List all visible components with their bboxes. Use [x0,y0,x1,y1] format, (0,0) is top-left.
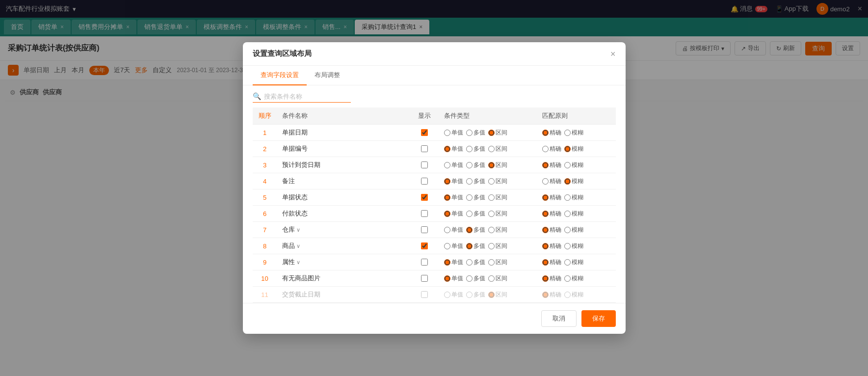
match-radio-label[interactable]: 精确 [542,242,561,250]
type-radio-区间[interactable] [488,259,495,266]
match-radio-精确[interactable] [542,292,549,298]
type-radio-单值[interactable] [444,275,450,282]
type-radio-多值[interactable] [466,146,473,152]
type-radio-单值[interactable] [444,162,450,168]
match-radio-精确[interactable] [542,211,549,217]
match-radio-label[interactable]: 精确 [542,226,561,234]
type-radio-label[interactable]: 多值 [466,177,485,186]
match-radio-label[interactable]: 精确 [542,274,561,283]
type-radio-label[interactable]: 多值 [466,161,485,169]
type-radio-label[interactable]: 多值 [466,145,485,153]
save-button[interactable]: 保存 [581,310,616,327]
match-radio-模糊[interactable] [564,292,571,298]
match-radio-模糊[interactable] [564,178,571,185]
match-radio-label[interactable]: 模糊 [564,226,583,234]
type-radio-区间[interactable] [488,292,495,298]
match-radio-模糊[interactable] [564,211,571,217]
type-radio-区间[interactable] [488,275,495,282]
type-radio-label[interactable]: 单值 [444,274,463,283]
cancel-button[interactable]: 取消 [541,310,577,327]
match-radio-模糊[interactable] [564,194,571,201]
type-radio-多值[interactable] [466,243,473,249]
match-radio-label[interactable]: 模糊 [564,177,583,186]
show-checkbox[interactable] [421,226,428,233]
type-radio-label[interactable]: 区间 [488,161,507,169]
expand-icon[interactable]: ∨ [296,227,300,233]
match-radio-精确[interactable] [542,275,549,282]
type-radio-单值[interactable] [444,259,450,266]
type-radio-区间[interactable] [488,243,495,249]
match-radio-精确[interactable] [542,130,549,136]
match-radio-精确[interactable] [542,194,549,201]
match-radio-模糊[interactable] [564,130,571,136]
show-checkbox[interactable] [421,194,428,201]
expand-icon[interactable]: ∨ [296,259,300,265]
type-radio-单值[interactable] [444,227,450,233]
match-radio-精确[interactable] [542,178,549,185]
type-radio-label[interactable]: 区间 [488,226,507,234]
type-radio-label[interactable]: 区间 [488,210,507,218]
type-radio-单值[interactable] [444,146,450,152]
type-radio-多值[interactable] [466,292,473,298]
type-radio-区间[interactable] [488,194,495,201]
show-checkbox[interactable] [421,129,428,136]
type-radio-多值[interactable] [466,130,473,136]
type-radio-多值[interactable] [466,227,473,233]
match-radio-精确[interactable] [542,146,549,152]
type-radio-label[interactable]: 多值 [466,242,485,250]
type-radio-label[interactable]: 区间 [488,129,507,137]
match-radio-label[interactable]: 模糊 [564,129,583,137]
show-checkbox[interactable] [421,291,428,298]
match-radio-label[interactable]: 精确 [542,258,561,267]
show-checkbox[interactable] [421,210,428,217]
type-radio-多值[interactable] [466,178,473,185]
type-radio-单值[interactable] [444,178,450,185]
type-radio-多值[interactable] [466,211,473,217]
match-radio-label[interactable]: 模糊 [564,145,583,153]
type-radio-label[interactable]: 多值 [466,274,485,283]
type-radio-区间[interactable] [488,162,495,168]
type-radio-多值[interactable] [466,162,473,168]
show-checkbox[interactable] [421,242,428,249]
type-radio-label[interactable]: 区间 [488,258,507,267]
match-radio-label[interactable]: 模糊 [564,258,583,267]
type-radio-区间[interactable] [488,178,495,185]
match-radio-精确[interactable] [542,162,549,168]
match-radio-label[interactable]: 模糊 [564,274,583,283]
match-radio-label[interactable]: 模糊 [564,242,583,250]
type-radio-区间[interactable] [488,146,495,152]
type-radio-label[interactable]: 单值 [444,129,463,137]
type-radio-label[interactable]: 单值 [444,145,463,153]
type-radio-单值[interactable] [444,211,450,217]
type-radio-多值[interactable] [466,259,473,266]
match-radio-精确[interactable] [542,243,549,249]
type-radio-label[interactable]: 多值 [466,226,485,234]
search-input[interactable] [264,93,342,100]
type-radio-label[interactable]: 单值 [444,177,463,186]
type-radio-单值[interactable] [444,130,450,136]
match-radio-label[interactable]: 精确 [542,291,561,299]
type-radio-多值[interactable] [466,275,473,282]
type-radio-label[interactable]: 多值 [466,258,485,267]
match-radio-模糊[interactable] [564,227,571,233]
match-radio-模糊[interactable] [564,259,571,266]
match-radio-精确[interactable] [542,259,549,266]
type-radio-label[interactable]: 单值 [444,210,463,218]
match-radio-label[interactable]: 精确 [542,161,561,169]
match-radio-精确[interactable] [542,227,549,233]
show-checkbox[interactable] [421,178,428,185]
match-radio-模糊[interactable] [564,146,571,152]
type-radio-区间[interactable] [488,130,495,136]
match-radio-label[interactable]: 模糊 [564,291,583,299]
show-checkbox[interactable] [421,145,428,152]
type-radio-label[interactable]: 单值 [444,226,463,234]
dialog-tab-layout[interactable]: 布局调整 [307,66,348,85]
match-radio-label[interactable]: 模糊 [564,161,583,169]
type-radio-多值[interactable] [466,194,473,201]
type-radio-单值[interactable] [444,243,450,249]
show-checkbox[interactable] [421,275,428,282]
match-radio-模糊[interactable] [564,275,571,282]
type-radio-label[interactable]: 单值 [444,291,463,299]
type-radio-label[interactable]: 区间 [488,145,507,153]
match-radio-label[interactable]: 模糊 [564,193,583,202]
